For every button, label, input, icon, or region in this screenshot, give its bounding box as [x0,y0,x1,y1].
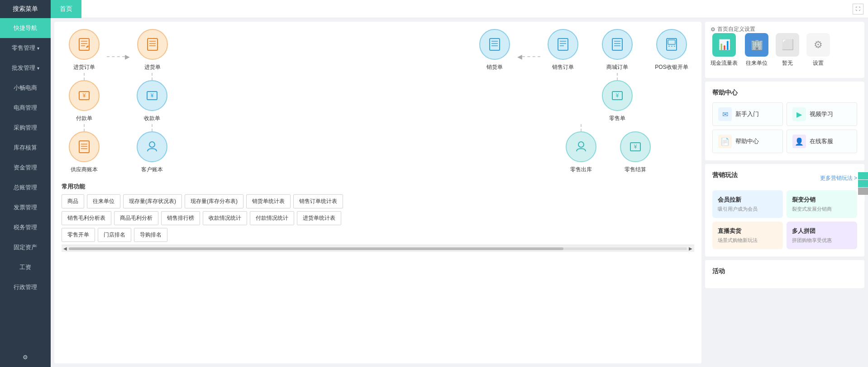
flow-node-retail-out[interactable]: 零售出库 [558,131,604,174]
pos-icon [656,29,687,60]
svg-text:¥: ¥ [615,92,619,99]
quick-nav-cashflow[interactable]: 📊 现金流量表 [711,33,738,67]
sidebar-item-ecom-small[interactable]: 小畅电商 [0,78,51,98]
sidebar-item-inventory[interactable]: 库存核算 [0,138,51,158]
float-btn-customer-service[interactable]: 客服热线 [858,172,868,179]
cashflow-icon: 📊 [712,33,736,57]
flow-node-customer-ledger[interactable]: 客户账本 [129,131,175,174]
sidebar-item-tax[interactable]: 税务管理 [0,217,51,237]
float-buttons: 客服热线 服务社区 桌面快捷 [858,172,868,195]
retail-bill-icon: ¥ [602,80,633,111]
help-item-video[interactable]: ▶ 视频学习 [787,102,857,126]
flow-node-purchase-order[interactable]: 进货订单 [62,29,107,71]
sidebar-item-general-ledger[interactable]: 总账管理 [0,178,51,198]
help-grid: ✉ 新手入门 ▶ 视频学习 📄 帮助中心 👤 [712,102,857,153]
flow-node-pos[interactable]: POS收银开单 [649,29,694,71]
func-btn-partners[interactable]: 往来单位 [87,194,120,208]
func-btn-store-rank[interactable]: 门店排名 [98,228,131,242]
sidebar-item-assets[interactable]: 固定资产 [0,237,51,257]
settings-gear-icon[interactable]: ⚙ [0,347,51,367]
fullscreen-button[interactable]: ⛶ [853,4,863,14]
retail-settle-icon: ¥ [620,131,651,162]
float-btn-community[interactable]: 服务社区 [858,180,868,187]
func-btn-sale-profit[interactable]: 销售毛利分析表 [62,211,111,225]
float-btn-desktop[interactable]: 桌面快捷 [858,188,868,195]
scroll-thumb[interactable] [69,247,563,250]
func-btn-sale-rank[interactable]: 销售排行榜 [161,211,200,225]
svg-text:¥: ¥ [634,144,637,150]
sidebar-item-ecom-mgmt[interactable]: 电商管理 [0,98,51,118]
flow-node-mall-order[interactable]: 商城订单 [595,29,640,71]
func-row-1: 商品 往来单位 现存量(库存状况表) 现存量(库存分布表) 销货单统计表 销售订… [62,194,694,208]
activity-section: 活动 [705,260,864,288]
search-menu-button[interactable]: 搜索菜单 [0,0,51,18]
func-btn-payment-stats[interactable]: 付款情况统计 [250,211,294,225]
flow-node-receipt[interactable]: ¥ 收款单 [129,80,175,122]
help-center: 帮助中心 ✉ 新手入门 ▶ 视频学习 📄 帮助中心 [705,82,864,160]
flow-node-sale[interactable]: 销货单 [472,29,517,71]
customize-homepage-button[interactable]: ⚙ 首页自定义设置 [711,25,859,33]
none-icon: ⬜ [776,33,799,57]
flow-node-payment[interactable]: ¥ 付款单 [62,80,107,122]
svg-point-35 [149,142,155,147]
sales-order-icon [548,29,578,60]
support-icon: 👤 [792,135,806,148]
sidebar-item-wholesale[interactable]: 批发管理 ▾ [0,58,51,78]
flow-node-purchase[interactable]: 进货单 [130,29,175,71]
sidebar-item-finance[interactable]: 资金管理 [0,158,51,178]
func-btn-stock-dist[interactable]: 现存量(库存分布表) [185,194,243,208]
svg-rect-0 [79,39,89,50]
more-marketing-link[interactable]: 更多营销玩法 > [820,174,857,182]
svg-rect-21 [668,40,675,44]
sidebar-item-admin[interactable]: 行政管理 [0,277,51,297]
scroll-right-arrow[interactable]: ▶ [689,246,692,251]
flow-node-sales-order[interactable]: 销售订单 [540,29,586,71]
flow-node-retail-settle[interactable]: ¥ 零售结算 [613,131,658,174]
marketing-live[interactable]: 直播卖货 场景式购物新玩法 [712,222,783,249]
sidebar-item-quick-nav[interactable]: 快捷导航 [0,18,51,38]
marketing-section: 营销玩法 更多营销玩法 > 会员拉新 吸引用户成为会员 裂变分销 裂变式发展分销… [705,164,864,256]
marketing-title: 营销玩法 [712,171,738,179]
flowchart: 进货订单 ▶ 进货单 [62,29,694,174]
func-btn-receipt-stats[interactable]: 收款情况统计 [203,211,247,225]
common-functions: 常用功能 商品 往来单位 现存量(库存状况表) 现存量(库存分布表) 销货单统计… [62,183,694,242]
func-btn-guide-rank[interactable]: 导购排名 [134,228,167,242]
scroll-left-arrow[interactable]: ◀ [63,246,67,251]
tab-home[interactable]: 首页 [51,0,81,18]
flow-node-retail-bill[interactable]: ¥ 零售单 [595,80,640,122]
chevron-down-icon: ▾ [37,66,39,71]
func-btn-goods[interactable]: 商品 [62,194,84,208]
customer-ledger-icon [137,131,167,162]
sidebar-item-payroll[interactable]: 工资 [0,257,51,277]
func-btn-goods-profit[interactable]: 商品毛利分析 [114,211,158,225]
quick-nav-settings[interactable]: ⚙ 设置 [806,33,830,67]
sidebar-item-purchase[interactable]: 采购管理 [0,118,51,138]
help-item-beginner[interactable]: ✉ 新手入门 [712,102,783,126]
svg-rect-16 [612,39,622,50]
help-center-title: 帮助中心 [712,89,857,97]
flow-node-supplier-ledger[interactable]: 供应商账本 [62,131,107,174]
func-btn-order-stats[interactable]: 销售订单统计表 [293,194,343,208]
svg-rect-31 [79,141,89,153]
help-item-online-support[interactable]: 👤 在线客服 [787,130,857,153]
activity-title: 活动 [712,267,857,275]
func-btn-stock-status[interactable]: 现存量(库存状况表) [123,194,182,208]
scroll-track[interactable] [69,247,687,250]
func-btn-purchase-stats[interactable]: 进货单统计表 [297,211,341,225]
func-btn-sale-stats[interactable]: 销货单统计表 [246,194,291,208]
func-btn-retail-order[interactable]: 零售开单 [62,228,95,242]
receipt-icon: ¥ [137,80,167,111]
help-item-help-center[interactable]: 📄 帮助中心 [712,130,783,153]
payment-icon: ¥ [69,80,100,111]
marketing-member[interactable]: 会员拉新 吸引用户成为会员 [712,190,783,218]
marketing-fission[interactable]: 裂变分销 裂变式发展分销商 [787,190,857,218]
mall-order-icon [602,29,633,60]
sidebar-item-invoice[interactable]: 发票管理 [0,198,51,217]
marketing-header: 营销玩法 更多营销玩法 > [712,171,857,185]
sidebar-item-retail[interactable]: 零售管理 ▾ [0,38,51,58]
marketing-group[interactable]: 多人拼团 拼团购物享受优惠 [787,222,857,249]
quick-nav-partners[interactable]: 🏢 往来单位 [745,33,768,67]
svg-rect-4 [148,39,157,50]
gear-icon: ⚙ [711,26,715,33]
svg-text:¥: ¥ [150,92,154,99]
